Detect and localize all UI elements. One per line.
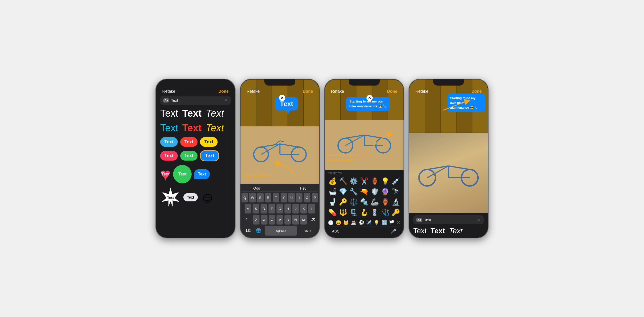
key-h[interactable]: H — [284, 204, 291, 213]
key-u[interactable]: U — [288, 193, 295, 202]
emoji-10[interactable]: 🔧 — [349, 187, 359, 196]
bubble-cyan[interactable]: Text — [160, 137, 178, 147]
suggestion-3[interactable]: Hey — [300, 186, 306, 190]
tab-animal[interactable]: 🐱 — [343, 220, 349, 226]
emoji-3[interactable]: ⚙️ — [349, 176, 359, 186]
emoji-20[interactable]: 🏺 — [380, 197, 390, 207]
text-italic-4[interactable]: Text — [449, 227, 462, 235]
text-italic[interactable]: Text — [206, 108, 224, 119]
key-b[interactable]: B — [284, 215, 291, 225]
key-y[interactable]: Y — [281, 193, 287, 202]
circle-sticker[interactable]: Text — [173, 165, 192, 183]
speech-sticker[interactable]: Text — [194, 169, 210, 179]
emoji-22[interactable]: 💊 — [328, 208, 337, 217]
key-t[interactable]: T — [273, 193, 279, 202]
retake-btn-4[interactable]: Retake — [415, 89, 428, 94]
done-btn-2[interactable]: Done — [303, 89, 313, 94]
key-space[interactable]: space — [265, 226, 297, 236]
key-n[interactable]: N — [292, 215, 299, 225]
tab-travel[interactable]: ✈️ — [366, 220, 372, 226]
retake-btn-2[interactable]: Retake — [247, 89, 260, 94]
suggestion-1[interactable]: Ooo — [253, 186, 260, 190]
text-regular-4[interactable]: Text — [413, 227, 426, 235]
emoji-11[interactable]: 🔫 — [360, 187, 369, 196]
tab-activity[interactable]: ⚽ — [359, 220, 364, 226]
tab-clock[interactable]: 🕐 — [328, 220, 334, 226]
tab-flags[interactable]: 🏳️ — [389, 220, 395, 226]
key-a[interactable]: A — [245, 204, 251, 213]
emoji-6[interactable]: 💡 — [380, 176, 390, 186]
keyboard-2[interactable]: Ooo I Hey Q W E R T Y U — [240, 184, 319, 238]
done-btn-3[interactable]: Done — [387, 89, 397, 94]
key-g[interactable]: G — [276, 204, 283, 213]
retake-btn-3[interactable]: Retake — [331, 89, 344, 94]
emoji-9[interactable]: 💎 — [338, 187, 348, 196]
emoji-5[interactable]: 🏺 — [370, 176, 379, 186]
emoji-12[interactable]: 🛡️ — [370, 187, 379, 196]
tab-smile[interactable]: 😀 — [336, 220, 341, 226]
mic-icon-3[interactable]: 🎤 — [391, 228, 396, 234]
emoji-25[interactable]: 🪝 — [360, 208, 369, 217]
key-k[interactable]: K — [300, 204, 307, 213]
emoji-4[interactable]: ✂️ — [360, 176, 369, 186]
key-i[interactable]: I — [296, 193, 302, 202]
emoji-16[interactable]: 🔑 — [338, 197, 348, 207]
emoji-1[interactable]: 💰 — [328, 176, 337, 186]
emoji-13[interactable]: 🔮 — [380, 187, 390, 196]
emoji-28[interactable]: 🔑 — [391, 208, 400, 217]
close-btn-4[interactable]: ✕ — [477, 217, 481, 222]
done-btn-1[interactable]: Done — [218, 89, 229, 94]
text-bubble-container-2[interactable]: Text — [275, 97, 298, 110]
key-v[interactable]: V — [276, 215, 283, 225]
emoji-8[interactable]: 🛁 — [328, 187, 337, 196]
cloud-sticker[interactable]: Text — [183, 193, 198, 201]
search-bar-1[interactable]: Aa Text ✕ — [160, 96, 231, 105]
text-yellow[interactable]: Text — [206, 123, 224, 134]
suggestion-2[interactable]: I — [280, 186, 281, 190]
retake-btn-1[interactable]: Retake — [162, 89, 175, 94]
text-red[interactable]: Text — [182, 123, 202, 134]
search-bar-4[interactable]: Aa Text ✕ — [413, 215, 484, 224]
tab-close[interactable]: ✕ — [397, 220, 400, 226]
close-btn-1[interactable]: ✕ — [224, 98, 228, 103]
emoji-19[interactable]: 🦾 — [370, 197, 379, 207]
key-q[interactable]: Q — [242, 193, 248, 202]
key-globe[interactable]: 🌐 — [253, 226, 264, 236]
key-r[interactable]: R — [265, 193, 271, 202]
emoji-15[interactable]: 🚽 — [328, 197, 337, 207]
emoji-7[interactable]: 💉 — [391, 176, 400, 186]
text-regular[interactable]: Text — [160, 108, 178, 119]
key-l[interactable]: L — [308, 204, 315, 213]
key-backspace[interactable]: ⌫ — [308, 215, 318, 225]
emoji-23[interactable]: 🔱 — [338, 208, 348, 217]
key-123[interactable]: 123 — [243, 226, 253, 236]
key-f[interactable]: F — [269, 204, 275, 213]
emoji-2[interactable]: 🔨 — [338, 176, 348, 186]
key-s[interactable]: S — [253, 204, 259, 213]
emoji-18[interactable]: 🔩 — [360, 197, 369, 207]
tab-objects[interactable]: 💡 — [374, 220, 379, 226]
abc-label[interactable]: ABC — [332, 229, 339, 233]
key-c[interactable]: C — [269, 215, 275, 225]
emoji-24[interactable]: 🗜️ — [349, 208, 359, 217]
emoji-14[interactable]: 🔭 — [391, 187, 400, 196]
bubble-blue-selected[interactable]: Text — [200, 150, 219, 161]
text-bold-4[interactable]: Text — [431, 227, 445, 235]
key-z[interactable]: Z — [253, 215, 260, 225]
text-bold[interactable]: Text — [182, 108, 202, 119]
key-j[interactable]: J — [292, 204, 299, 213]
tab-symbols[interactable]: 🔣 — [381, 220, 387, 226]
emoji-17[interactable]: ⚖️ — [349, 197, 359, 207]
bubble-red[interactable]: Text — [180, 137, 198, 147]
key-x[interactable]: X — [261, 215, 267, 225]
text-cyan[interactable]: Text — [160, 123, 178, 134]
emoji-27[interactable]: 🩺 — [380, 208, 390, 217]
done-btn-4[interactable]: Done — [471, 89, 482, 94]
bubble-pink[interactable]: Text — [160, 151, 178, 161]
key-w[interactable]: W — [249, 193, 256, 202]
bubble-green[interactable]: Text — [180, 151, 198, 161]
key-return[interactable]: return — [298, 226, 317, 236]
bubble-yellow[interactable]: Text — [200, 137, 218, 147]
tab-food[interactable]: ☕ — [351, 220, 356, 226]
emoji-26[interactable]: 💈 — [370, 208, 379, 217]
